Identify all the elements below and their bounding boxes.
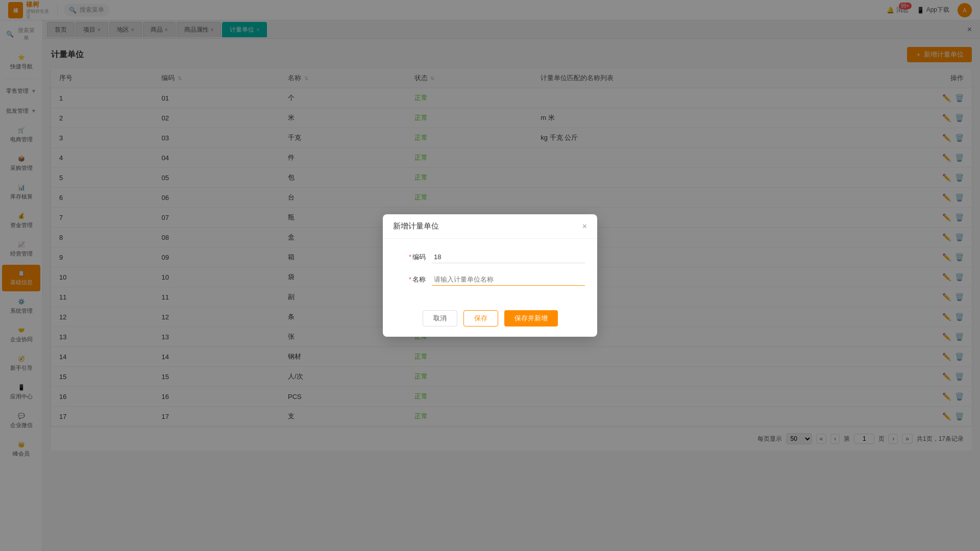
modal-title: 新增计量单位 — [393, 221, 439, 231]
name-input[interactable] — [432, 273, 585, 286]
form-row-code: 编码 — [395, 251, 585, 263]
save-and-new-button[interactable]: 保存并新增 — [504, 310, 558, 327]
modal-overlay[interactable]: 新增计量单位 × 编码 名称 取消 保存 保存并新增 — [0, 0, 980, 551]
modal-box: 新增计量单位 × 编码 名称 取消 保存 保存并新增 — [383, 214, 597, 337]
name-label: 名称 — [395, 275, 426, 284]
modal-footer: 取消 保存 保存并新增 — [383, 302, 597, 337]
modal-header: 新增计量单位 × — [383, 214, 597, 239]
form-row-name: 名称 — [395, 273, 585, 286]
modal-close-btn[interactable]: × — [582, 222, 587, 231]
code-label: 编码 — [395, 253, 426, 262]
save-button[interactable]: 保存 — [463, 310, 498, 327]
modal-body: 编码 名称 — [383, 239, 597, 302]
cancel-button[interactable]: 取消 — [423, 310, 457, 327]
code-input[interactable] — [432, 251, 585, 263]
